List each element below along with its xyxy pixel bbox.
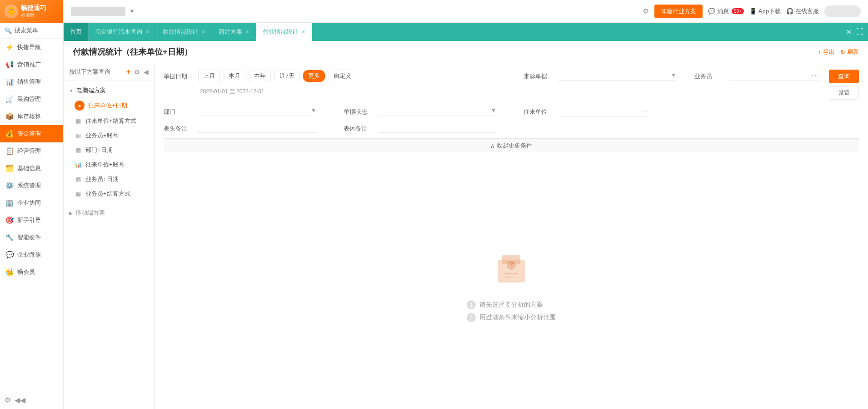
sidebar-item-capital[interactable]: 💰 资金管理 <box>0 125 63 142</box>
sidebar-item-label: 智能硬件 <box>17 233 41 242</box>
scheme-settings-btn[interactable]: ⚙ <box>134 68 140 76</box>
staff-dropdown[interactable]: ··· <box>729 70 820 81</box>
collapse-up-icon: ∧ <box>490 142 495 149</box>
staff-dots-icon[interactable]: ··· <box>812 71 820 79</box>
tab-bank-flow-close[interactable]: ✕ <box>145 29 150 35</box>
tab-payment-stats[interactable]: 付款情况统计 ✕ <box>256 23 312 41</box>
gear-icon[interactable]: ⚙ <box>643 7 649 15</box>
this-year-btn[interactable]: 本年 <box>249 70 271 82</box>
scheme-dept-date[interactable]: ▦ 部门+日期 <box>64 143 154 157</box>
dropdown-arrow-icon[interactable]: ▼ <box>129 8 135 15</box>
empty-illustration: ? <box>489 246 534 293</box>
sidebar-item-system[interactable]: ⚙️ 系统管理 <box>0 177 63 194</box>
sidebar-item-marketing[interactable]: 📢 营销推广 <box>0 56 63 73</box>
active-scheme-icon: ● <box>75 101 85 111</box>
more-btn[interactable]: 更多 <box>303 70 325 82</box>
page-header: 付款情况统计（往来单位+日期） ↑ 导出 ↻ 刷新 <box>64 41 868 63</box>
user-avatar[interactable] <box>824 5 861 17</box>
tab-new-scheme[interactable]: 新建方案 ✕ <box>212 23 256 41</box>
sidebar-item-operation[interactable]: 📋 经营管理 <box>0 142 63 160</box>
last-month-btn[interactable]: 上月 <box>198 70 220 82</box>
scheme-label: 往来单位+结算方式 <box>85 117 136 125</box>
search-menu[interactable]: 🔍 搜索菜单 <box>0 23 63 39</box>
close-window-btn[interactable]: ✕ <box>846 28 852 36</box>
tip-1-num: 1 <box>467 300 476 309</box>
partner-dots-icon[interactable]: ··· <box>641 107 649 114</box>
app-download-label: App下载 <box>758 7 781 15</box>
query-btn[interactable]: 查询 <box>829 70 859 83</box>
dept-label: 部门 <box>164 105 189 116</box>
online-service-label: 在线客服 <box>795 7 819 15</box>
mobile-group-arrow: ▶ <box>69 211 73 216</box>
add-scheme-btn[interactable]: + <box>126 68 130 76</box>
page-title: 付款情况统计（往来单位+日期） <box>73 46 192 57</box>
mobile-group-header[interactable]: ▶ 移动端方案 <box>64 206 154 220</box>
sidebar-item-hardware[interactable]: 🔧 智能硬件 <box>0 229 63 246</box>
weixin-icon: 💬 <box>5 251 14 259</box>
tab-payment-stats-close[interactable]: ✕ <box>301 29 305 35</box>
doc-status-dropdown[interactable]: ▼ <box>378 105 496 116</box>
collapse-filter-btn[interactable]: ∧ 收起更多条件 <box>164 138 859 152</box>
tab-bank-flow[interactable]: 现金银行流水查询 ✕ <box>89 23 156 41</box>
staff-input[interactable] <box>729 72 810 79</box>
sidebar-item-enterprise[interactable]: 🏢 企业协同 <box>0 194 63 212</box>
app-download-btn[interactable]: 📱 App下载 <box>749 7 781 15</box>
sidebar-item-guide[interactable]: 🎯 新手引导 <box>0 212 63 229</box>
dept-dropdown[interactable]: ▼ <box>198 105 316 116</box>
refresh-btn[interactable]: ↻ 刷新 <box>840 48 859 56</box>
hardware-icon: 🔧 <box>5 233 14 242</box>
settings-btn[interactable]: 设置 <box>829 86 859 100</box>
date-filter-controls: 上月 本月 本年 近7天 更多 自定义 2022-01-01 至 2022-12… <box>198 70 505 96</box>
partner-input[interactable] <box>558 107 639 114</box>
sidebar-item-weixin[interactable]: 💬 企业微信 <box>0 246 63 263</box>
scheme-icon: ▦ <box>75 132 82 139</box>
collapse-sidebar-btn[interactable]: ◀◀ <box>15 396 25 404</box>
scheme-unit-account[interactable]: 📊 往来单位+账号 <box>64 157 154 172</box>
dept-input[interactable] <box>198 107 309 114</box>
sidebar-item-label: 系统管理 <box>17 182 41 190</box>
export-btn[interactable]: ↑ 导出 <box>818 48 835 56</box>
scheme-staff-settle[interactable]: ▦ 业务员+结算方式 <box>64 187 154 201</box>
last-7days-btn[interactable]: 近7天 <box>274 70 299 82</box>
source-dropdown[interactable]: ▼ <box>558 70 676 81</box>
scheme-label: 往来单位+日期 <box>88 101 127 110</box>
doc-status-arrow[interactable]: ▼ <box>491 107 496 114</box>
sidebar-item-quick-nav[interactable]: ⚡ 快捷导航 <box>0 39 63 56</box>
scheme-staff-date[interactable]: ▦ 业务员+日期 <box>64 172 154 187</box>
desktop-group-header[interactable]: ▼ 电脑端方案 <box>64 84 154 97</box>
partner-dropdown[interactable]: ··· <box>558 105 649 116</box>
this-month-btn[interactable]: 本月 <box>224 70 245 82</box>
maximize-window-btn[interactable]: ⛶ <box>856 28 863 36</box>
custom-btn[interactable]: 自定义 <box>329 70 356 82</box>
tab-receipt-stats[interactable]: 收款情况统计 ✕ <box>156 23 212 41</box>
sidebar-item-sales[interactable]: 📊 销售管理 <box>0 73 63 91</box>
panel-collapse-btn[interactable]: ◀ <box>144 68 149 76</box>
sidebar-item-purchase[interactable]: 🛒 采购管理 <box>0 91 63 108</box>
online-service-btn[interactable]: 🎧 在线客服 <box>786 7 819 15</box>
sidebar-item-basic[interactable]: 🗂️ 基础信息 <box>0 160 63 177</box>
source-dropdown-arrow[interactable]: ▼ <box>671 72 676 78</box>
message-btn[interactable]: 💬 消息 99+ <box>708 7 744 15</box>
industry-btn[interactable]: 体验行业方案 <box>654 5 703 18</box>
scheme-staff-account[interactable]: ▦ 业务员+账号 <box>64 128 154 143</box>
tab-receipt-stats-close[interactable]: ✕ <box>201 29 205 35</box>
tab-home[interactable]: 首页 <box>64 23 89 41</box>
header-note-input[interactable] <box>198 122 316 133</box>
scheme-icon: ▦ <box>75 117 82 125</box>
filter-row-3: 表头备注 表体备注 <box>164 122 859 133</box>
tab-new-scheme-close[interactable]: ✕ <box>245 29 249 35</box>
message-label: 消息 <box>717 7 729 15</box>
scheme-unit-settle[interactable]: ▦ 往来单位+结算方式 <box>64 114 154 128</box>
body-note-input[interactable] <box>378 122 496 133</box>
source-input[interactable] <box>558 71 669 78</box>
dept-dropdown-arrow[interactable]: ▼ <box>311 107 316 114</box>
settings-footer-btn[interactable]: ⚙ <box>5 396 11 404</box>
page-header-actions: ↑ 导出 ↻ 刷新 <box>818 48 859 56</box>
sidebar-item-inventory[interactable]: 📦 库存核算 <box>0 108 63 125</box>
filter-row-1: 单据日期 上月 本月 本年 近7天 更多 自定义 2022-01-01 至 20… <box>164 70 859 100</box>
doc-status-input[interactable] <box>378 107 489 114</box>
scheme-unit-date[interactable]: ● 往来单位+日期 <box>64 97 154 114</box>
sidebar: 🐥 畅捷通巧 标准版 🔍 搜索菜单 ⚡ 快捷导航 📢 营销推广 📊 销售管理 🛒… <box>0 0 64 409</box>
sidebar-item-label: 资金管理 <box>17 130 41 138</box>
sidebar-item-member[interactable]: 👑 畅会员 <box>0 263 63 281</box>
